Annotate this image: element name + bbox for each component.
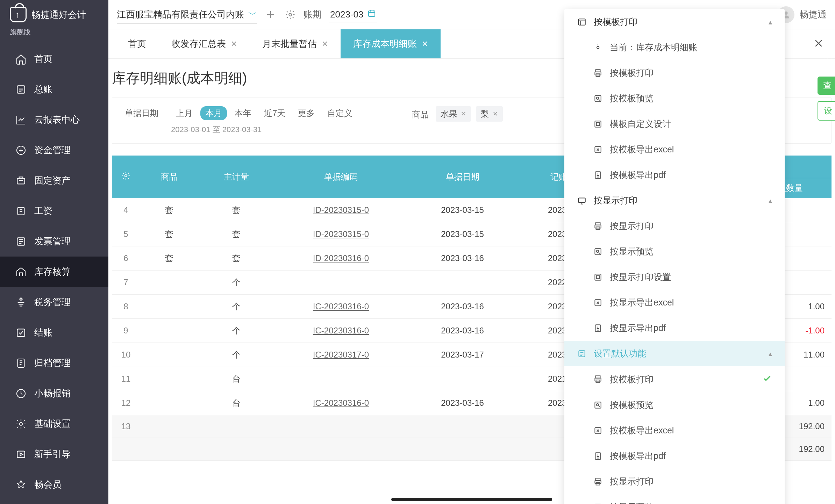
preview-icon [593, 400, 603, 410]
preview-icon [593, 247, 603, 257]
svg-point-17 [597, 46, 599, 49]
sidebar-item-12[interactable]: 基础设置 [0, 409, 108, 439]
sidebar-item-14[interactable]: 畅会员 [0, 469, 108, 500]
sidebar-item-11[interactable]: 小畅报销 [0, 378, 108, 409]
bill-code-link[interactable]: ID-20230315-0 [274, 198, 408, 222]
bill-code-link[interactable]: ID-20230316-0 [274, 246, 408, 271]
dd-header[interactable]: 按模板打印▴ [564, 9, 785, 35]
date-pill[interactable]: 更多 [293, 106, 320, 120]
sidebar-item-0[interactable]: 首页 [0, 44, 108, 74]
sidebar-item-10[interactable]: 归档管理 [0, 348, 108, 378]
sidebar-item-1[interactable]: 总账 [0, 74, 108, 105]
settings-icon[interactable] [284, 8, 297, 21]
dd-item[interactable]: 按显示预览 [564, 239, 785, 264]
table-settings-button[interactable] [112, 156, 140, 198]
th-bill-date: 单据日期 [408, 156, 517, 198]
sidebar-item-6[interactable]: 发票管理 [0, 226, 108, 257]
dd-header[interactable]: 设置默认功能▴ [564, 341, 785, 366]
dd-item[interactable]: 按模板打印 [564, 366, 785, 392]
nav-icon [15, 206, 27, 217]
bill-code-link[interactable]: IC-20230317-0 [274, 343, 408, 367]
svg-rect-25 [595, 172, 600, 179]
nav-label: 固定资产 [34, 174, 71, 187]
bill-code-link[interactable]: IC-20230316-0 [274, 319, 408, 343]
company-selector[interactable]: 江西服宝精品有限责任公司内账 ﹀ [117, 6, 257, 24]
tab-close-icon[interactable]: ✕ [231, 39, 237, 49]
tab-2[interactable]: 月末批量暂估✕ [250, 29, 341, 58]
dd-label: 按显示预览 [610, 246, 654, 257]
svg-rect-34 [595, 325, 600, 332]
date-pill[interactable]: 本年 [230, 106, 256, 120]
tab-1[interactable]: 收发存汇总表✕ [159, 29, 250, 58]
green-action-1[interactable]: 查 [818, 77, 835, 95]
dd-item[interactable]: 模板自定义设计 [564, 111, 785, 137]
bill-code-link[interactable]: IC-20230316-0 [274, 391, 408, 415]
cell-goods [140, 295, 199, 319]
goods-chip[interactable]: 梨✕ [476, 106, 503, 122]
sidebar-item-8[interactable]: 税务管理 [0, 287, 108, 317]
date-pill[interactable]: 本月 [200, 106, 227, 120]
period-selector[interactable]: 2023-03 [329, 7, 377, 22]
sidebar-item-5[interactable]: 工资 [0, 196, 108, 226]
user-menu[interactable]: 畅捷通 [778, 6, 827, 23]
bill-code-link[interactable]: ID-20230315-0 [274, 222, 408, 246]
sidebar-item-4[interactable]: 固定资产 [0, 165, 108, 196]
cell-unit: 套 [199, 246, 274, 271]
svg-rect-42 [595, 453, 600, 460]
dd-item[interactable]: 按显示导出pdf [564, 315, 785, 341]
sidebar-pin-toggle[interactable]: ▮◀ 取消固定 [0, 500, 108, 504]
tab-0[interactable]: 首页 [115, 29, 159, 58]
panel-close-button[interactable] [809, 38, 828, 50]
dd-item[interactable]: 按显示预览 [564, 494, 785, 504]
sidebar-item-2[interactable]: 云报表中心 [0, 105, 108, 135]
print-export-menu[interactable]: 按模板打印▴当前：库存成本明细账按模板打印按模板预览模板自定义设计按模板导出ex… [564, 9, 785, 504]
chip-remove-icon[interactable]: ✕ [493, 110, 498, 118]
sidebar-item-13[interactable]: 新手引导 [0, 439, 108, 469]
chip-remove-icon[interactable]: ✕ [461, 110, 466, 118]
tab-close-icon[interactable]: ✕ [322, 39, 328, 49]
svg-rect-18 [596, 70, 600, 72]
dd-item[interactable]: 按模板导出excel [564, 137, 785, 162]
dd-label: 按显示预览 [610, 501, 654, 504]
cell-unit: 个 [199, 295, 274, 319]
dd-item[interactable]: 按显示打印 [564, 213, 785, 239]
dd-item[interactable]: 按模板预览 [564, 86, 785, 111]
dd-item[interactable]: 按显示打印 [564, 469, 785, 494]
svg-rect-2 [17, 178, 24, 184]
nav-icon [15, 358, 27, 369]
green-action-2[interactable]: 设 [818, 101, 835, 121]
dd-label: 按显示打印设置 [610, 271, 671, 283]
dd-header[interactable]: 按显示打印▴ [564, 188, 785, 213]
sidebar-item-3[interactable]: 资金管理 [0, 135, 108, 165]
date-pill[interactable]: 近7天 [259, 106, 290, 120]
dd-label: 按模板预览 [610, 399, 654, 411]
th-unit: 主计量 [199, 156, 274, 198]
svg-rect-30 [595, 249, 601, 254]
nav-icon [15, 84, 27, 95]
sidebar-item-9[interactable]: 结账 [0, 317, 108, 348]
tab-3[interactable]: 库存成本明细账✕ [341, 29, 441, 58]
date-pill[interactable]: 自定义 [322, 106, 357, 120]
refresh-button[interactable]: 刷新 [808, 59, 835, 61]
dd-item[interactable]: 按模板预览 [564, 392, 785, 418]
nav-icon [15, 114, 27, 125]
cell-bill-date [408, 438, 517, 461]
dd-item[interactable]: 按模板导出excel [564, 418, 785, 443]
dd-item[interactable]: 按显示打印设置 [564, 264, 785, 290]
design-icon [593, 119, 603, 129]
sidebar-item-7[interactable]: 库存核算 [0, 257, 108, 287]
goods-chip[interactable]: 水果✕ [436, 106, 471, 122]
bill-code-link[interactable]: IC-20230316-0 [274, 295, 408, 319]
dd-item[interactable]: 按模板导出pdf [564, 443, 785, 469]
row-index: 4 [112, 198, 140, 222]
row-index: 12 [112, 391, 140, 415]
dd-item[interactable]: 按模板导出pdf [564, 162, 785, 188]
tab-close-icon[interactable]: ✕ [422, 39, 428, 49]
dd-item[interactable]: 按模板打印 [564, 60, 785, 86]
nav-label: 畅会员 [34, 478, 62, 491]
brand-edition: 旗舰版 [0, 27, 108, 44]
date-filter-label: 单据日期 [125, 106, 158, 119]
add-button[interactable] [264, 8, 277, 21]
dd-item[interactable]: 按显示导出excel [564, 290, 785, 315]
date-pill[interactable]: 上月 [171, 106, 198, 120]
